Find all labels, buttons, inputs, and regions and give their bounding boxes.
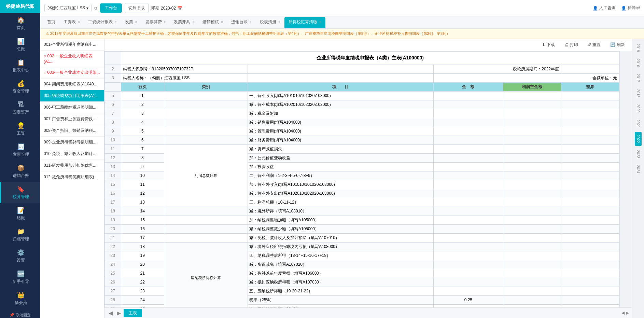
tax-list-item-004[interactable]: 004-期间费用明细表(A1040...: [40, 79, 104, 90]
year-item-2019[interactable]: 2019: [635, 41, 642, 55]
amount-13[interactable]: [433, 198, 503, 207]
amount-7[interactable]: [433, 144, 503, 153]
sidebar-item-tax[interactable]: 🔖 税务管理: [0, 182, 40, 203]
amount-4[interactable]: [433, 118, 503, 127]
sidebar-item-home[interactable]: 🏠 首页: [0, 13, 40, 34]
year-item-2021[interactable]: 2021: [635, 117, 642, 130]
tax-list-item-007[interactable]: 007-广告费和业务宣传费跌...: [40, 113, 104, 125]
amount-20[interactable]: [433, 260, 503, 269]
sidebar-pin-toggle[interactable]: 📌 取消固定: [0, 309, 40, 318]
amount-3[interactable]: [433, 109, 503, 118]
reset-button[interactable]: ↺ 重置: [585, 41, 603, 49]
amount-11[interactable]: [433, 180, 503, 189]
year-item-2020[interactable]: 2020: [635, 101, 642, 115]
amount-21[interactable]: [433, 269, 503, 278]
tab-close-icon[interactable]: ×: [319, 20, 321, 24]
amount-18[interactable]: [433, 242, 503, 251]
amount-12[interactable]: [433, 189, 503, 198]
tax-list-item-011[interactable]: 011-研发费用加计扣除优惠...: [40, 160, 104, 171]
scroll-left-icon[interactable]: ◀: [621, 310, 625, 315]
amount-14[interactable]: [433, 207, 503, 216]
year-item-2023[interactable]: 2023: [635, 147, 642, 161]
amount-8[interactable]: [433, 153, 503, 162]
tab-close-icon[interactable]: ×: [221, 20, 223, 24]
year-item-2024[interactable]: 2024: [635, 162, 642, 176]
workbench-button[interactable]: 工作台: [100, 3, 122, 13]
amount-24[interactable]: 0.25: [433, 295, 503, 304]
tax-list-item-001[interactable]: 001-企业所得税年度纳税申...: [40, 39, 104, 51]
tax-list-item-010[interactable]: 010-免税、减计收入及加计...: [40, 148, 104, 160]
amount-16[interactable]: [433, 224, 503, 233]
tax-list-item-003[interactable]: ○ 003-一般企业成本支出明细...: [40, 67, 104, 79]
amount-9[interactable]: [433, 162, 503, 171]
tab-所得税汇算清缴[interactable]: 所得税汇算清缴×: [284, 17, 325, 28]
year-item-2018[interactable]: 2018: [635, 86, 642, 100]
tab-进销稽核[interactable]: 进销稽核×: [198, 17, 227, 28]
amount-5[interactable]: [433, 127, 503, 136]
tax-list-item-005[interactable]: 005-纳税调整项目明细表(A1...: [40, 90, 104, 102]
user-name: 徐泽华: [628, 5, 640, 11]
tax-list-item-012[interactable]: 012-减免所得税优惠明细表(...: [40, 171, 104, 183]
amount-2[interactable]: [433, 100, 503, 109]
tax-list-item-006[interactable]: 006-职工薪酬纳税调整明细...: [40, 102, 104, 113]
sidebar-item-close[interactable]: 📝 结账: [0, 203, 40, 224]
tab-税表清册[interactable]: 税表清册×: [256, 17, 284, 28]
copy-icon[interactable]: ⧉: [94, 6, 97, 11]
amount-1[interactable]: [433, 91, 503, 100]
sheet-tab-prev[interactable]: ◀: [107, 310, 114, 316]
tab-close-icon[interactable]: ×: [164, 20, 166, 24]
amount-15[interactable]: [433, 216, 503, 224]
tab-close-icon[interactable]: ×: [250, 20, 252, 24]
sidebar-item-settings[interactable]: ⚙️ 设置: [0, 246, 40, 267]
year-item-2016[interactable]: 2016: [635, 56, 642, 70]
sidebar-item-fund[interactable]: 💰 资金管理: [0, 77, 40, 98]
amount-6[interactable]: [433, 136, 503, 144]
year-item-2022[interactable]: 2022: [635, 132, 642, 146]
refresh-button[interactable]: 🔄 刷新: [607, 41, 628, 49]
sheet-tab-main[interactable]: 主表: [124, 309, 142, 317]
tab-工资统计报表[interactable]: 工资统计报表×: [84, 17, 121, 28]
sidebar-item-purchase[interactable]: 📦 进销台账: [0, 161, 40, 182]
company-select[interactable]: (勾册) 江西服宝-LSS ▾: [44, 4, 92, 12]
tax-list-item-008[interactable]: 008-资产折旧、摊销及纳税...: [40, 125, 104, 137]
amount-19[interactable]: [433, 251, 503, 260]
sidebar-item-salary[interactable]: 👷 工资: [0, 119, 40, 140]
tab-发票算费[interactable]: 发票算费×: [141, 17, 170, 28]
tab-close-icon[interactable]: ×: [78, 20, 80, 24]
sheet-tab-next[interactable]: ▶: [115, 310, 122, 316]
year-item-2017[interactable]: 2017: [635, 71, 642, 85]
amount-23[interactable]: [433, 287, 503, 295]
seq-6: 6: [121, 136, 164, 144]
row-num-8: 12: [105, 153, 121, 162]
tab-close-icon[interactable]: ×: [192, 20, 194, 24]
tax-list-item-002[interactable]: ○ 002-一般企业收入明细表(A1...: [40, 51, 104, 67]
sidebar-item-ledger[interactable]: 📊 总账: [0, 34, 40, 55]
tab-发票[interactable]: 发票×: [121, 17, 141, 28]
tab-close-icon[interactable]: ×: [278, 20, 280, 24]
user-menu[interactable]: 👤 徐泽华: [621, 5, 640, 11]
sidebar-item-report[interactable]: 📋 报表中心: [0, 55, 40, 77]
service-button[interactable]: 👤 人工咨询: [593, 5, 616, 11]
calendar-icon[interactable]: 📅: [177, 6, 182, 11]
sidebar-item-member[interactable]: 👑 畅会员: [0, 288, 40, 309]
amount-22[interactable]: [433, 278, 503, 287]
sidebar-item-asset[interactable]: 🏗 固定资产: [0, 98, 40, 119]
tab-close-icon[interactable]: ×: [115, 20, 117, 24]
sidebar-item-archive[interactable]: 📁 归档管理: [0, 224, 40, 246]
sidebar-item-close-label: 结账: [17, 215, 25, 221]
amount-25[interactable]: [433, 304, 503, 307]
sidebar-item-invoice[interactable]: 🧾 发票管理: [0, 140, 40, 161]
tab-进销台账[interactable]: 进销台账×: [227, 17, 256, 28]
tax-list-item-009[interactable]: 009-企业所得税补亏损明细...: [40, 137, 104, 148]
amount-17[interactable]: [433, 233, 503, 242]
sidebar-item-guide[interactable]: 🆕 新手引导: [0, 267, 40, 288]
tab-close-icon[interactable]: ×: [135, 20, 137, 24]
scroll-right-icon[interactable]: ▶: [626, 310, 629, 315]
switch-button[interactable]: 切到旧版: [125, 3, 149, 13]
download-button[interactable]: ⬇ 下载: [539, 41, 558, 49]
tab-工资表[interactable]: 工资表×: [59, 17, 84, 28]
tab-发票开具[interactable]: 发票开具×: [170, 17, 198, 28]
amount-10[interactable]: [433, 171, 503, 180]
tab-首页[interactable]: 首页: [43, 17, 59, 28]
print-button[interactable]: 🖨 打印: [562, 41, 581, 49]
